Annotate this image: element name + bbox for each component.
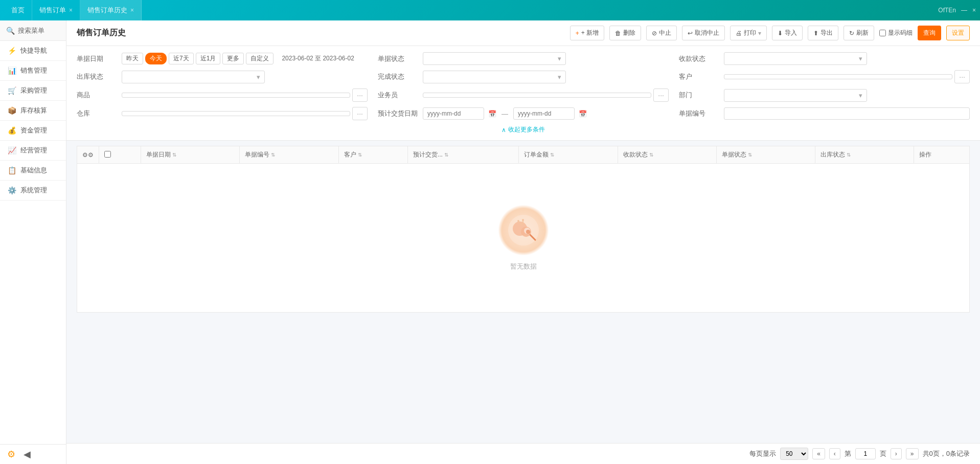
sidebar-item-base-info[interactable]: 基础信息 (0, 161, 66, 181)
no-sort-icon: ⇅ (271, 152, 275, 158)
department-select[interactable] (724, 89, 867, 102)
th-doc-status[interactable]: 单据状态 ⇅ (716, 146, 815, 164)
nav-icon (7, 46, 16, 55)
prev-page-btn[interactable]: ‹ (829, 448, 840, 459)
date-1month-btn[interactable]: 近1月 (196, 53, 221, 64)
date-7days-btn[interactable]: 近7天 (169, 53, 194, 64)
date-custom-btn[interactable]: 自定义 (246, 53, 274, 64)
complete-status-label: 完成状态 (378, 72, 419, 81)
calendar-to-icon[interactable]: 📅 (579, 110, 587, 118)
delete-button[interactable]: 🗑 删除 (609, 26, 641, 40)
tab-sales-order[interactable]: 销售订单 × (32, 0, 80, 20)
table-area: ⚙ 单据日期 ⇅ 单据编号 (66, 141, 980, 443)
customer-dots-btn[interactable]: ··· (954, 70, 970, 83)
complete-status-select[interactable] (423, 71, 566, 83)
purchase-icon (7, 86, 16, 95)
query-button[interactable]: 查询 (918, 26, 941, 40)
collapse-btn[interactable]: ∧ 收起更多条件 (77, 125, 970, 134)
settings-button[interactable]: 设置 (946, 26, 970, 40)
filter-row-3: 商品 ··· 业务员 ··· 部门 (77, 89, 970, 102)
top-bar-text: OfTEn (938, 7, 956, 14)
close-window-btn[interactable]: × (972, 7, 976, 14)
close-history-tab[interactable]: × (130, 7, 134, 14)
display-columns-checkbox[interactable] (879, 30, 886, 36)
salesperson-input[interactable] (423, 93, 651, 98)
filter-row-4: 仓库 ··· 预计交货日期 📅 — 📅 (77, 107, 970, 120)
page-unit: 页 (880, 449, 886, 458)
calendar-from-icon[interactable]: 📅 (488, 110, 496, 118)
toolbar: + + 新增 🗑 删除 ⊘ 中止 ↩ 取消中止 🖨 打印 (570, 26, 970, 40)
sidebar-item-capital[interactable]: 资金管理 (0, 121, 66, 141)
product-dots-btn[interactable]: ··· (352, 89, 368, 102)
filter-area: 单据日期 昨天 今天 近7天 近1月 更多 自定义 2023-06-02 至 2… (66, 46, 980, 141)
th-settings[interactable]: ⚙ (77, 146, 99, 164)
refresh-button[interactable]: ↻ 刷新 (844, 26, 874, 40)
salesperson-dots-btn[interactable]: ··· (653, 89, 669, 102)
th-outbound-status[interactable]: 出库状态 ⇅ (815, 146, 914, 164)
select-all-checkbox[interactable] (104, 151, 111, 158)
search-icon (6, 27, 15, 35)
main-layout: 搜索菜单 快捷导航 销售管理 采购管理 库存核算 资金管理 经营管理 基础信息 (0, 20, 980, 464)
th-delivery[interactable]: 预计交货... ⇅ (407, 146, 518, 164)
outbound-status-label: 出库状态 (77, 72, 118, 81)
sidebar-collapse-icon[interactable]: ◀ (24, 449, 31, 460)
stop-button[interactable]: ⊘ 中止 (646, 26, 677, 40)
page-number-input[interactable] (855, 448, 876, 459)
first-page-btn[interactable]: « (812, 448, 825, 459)
display-columns-toggle[interactable]: 显示码细 (879, 29, 913, 37)
receipt-status-select[interactable] (724, 52, 867, 65)
order-no-input[interactable] (724, 107, 970, 120)
empty-text: 暂无数据 (510, 262, 537, 271)
tab-home[interactable]: 首页 (4, 0, 32, 20)
sidebar-search[interactable]: 搜索菜单 (0, 20, 66, 41)
export-button[interactable]: ⬆ 导出 (808, 26, 838, 40)
date-yesterday-btn[interactable]: 昨天 (122, 53, 143, 64)
sidebar-item-system[interactable]: 系统管理 (0, 181, 66, 201)
cancel-stop-button[interactable]: ↩ 取消中止 (682, 26, 725, 40)
minimize-btn[interactable]: — (961, 7, 967, 14)
th-no[interactable]: 单据编号 ⇅ (240, 146, 338, 164)
operation-icon (7, 146, 16, 155)
delivery-sort-icon: ⇅ (444, 152, 448, 158)
table-settings-icon[interactable]: ⚙ (82, 151, 94, 159)
receipt-status-label: 收款状态 (679, 54, 720, 63)
sidebar-item-purchase-mgmt[interactable]: 采购管理 (0, 81, 66, 101)
tab-sales-order-history[interactable]: 销售订单历史 × (80, 0, 142, 20)
content-area: 销售订单历史 + + 新增 🗑 删除 ⊘ 中止 ↩ 取消中止 (66, 20, 980, 464)
th-checkbox[interactable] (99, 146, 141, 164)
sidebar-item-inventory[interactable]: 库存核算 (0, 101, 66, 121)
delivery-date-to[interactable] (513, 107, 575, 120)
order-no-label: 单据编号 (679, 109, 720, 118)
print-button[interactable]: 🖨 打印 ▾ (730, 26, 767, 40)
sidebar-settings-icon[interactable]: ⚙ (7, 449, 15, 460)
date-today-btn[interactable]: 今天 (145, 53, 167, 64)
product-input[interactable] (122, 93, 350, 98)
last-page-btn[interactable]: » (906, 448, 919, 459)
warehouse-input[interactable] (122, 111, 350, 116)
new-button[interactable]: + + 新增 (570, 26, 604, 40)
th-receipt-status[interactable]: 收款状态 ⇅ (618, 146, 716, 164)
import-button[interactable]: ⬇ 导入 (772, 26, 803, 40)
filter-row-2: 出库状态 完成状态 客户 (77, 70, 970, 83)
warehouse-dots-btn[interactable]: ··· (352, 107, 368, 120)
sidebar-item-quick-nav[interactable]: 快捷导航 (0, 41, 66, 61)
status-filter-label: 单据状态 (378, 54, 419, 63)
sidebar-item-sales-mgmt[interactable]: 销售管理 (0, 61, 66, 81)
inventory-icon (7, 106, 16, 115)
date-filter-label: 单据日期 (77, 54, 118, 63)
outbound-status-select[interactable] (122, 71, 265, 83)
sidebar-item-operation[interactable]: 经营管理 (0, 141, 66, 161)
status-select[interactable] (423, 52, 566, 65)
page-size-select[interactable]: 50 20 100 200 (780, 448, 808, 460)
close-sales-order-tab[interactable]: × (69, 7, 73, 14)
page-size-label: 每页显示 (749, 449, 776, 458)
next-page-btn[interactable]: › (891, 448, 902, 459)
page-header: 销售订单历史 + + 新增 🗑 删除 ⊘ 中止 ↩ 取消中止 (66, 20, 980, 46)
th-date[interactable]: 单据日期 ⇅ (141, 146, 240, 164)
date-more-btn[interactable]: 更多 (222, 53, 244, 64)
th-customer[interactable]: 客户 ⇅ (338, 146, 407, 164)
customer-input[interactable] (724, 74, 952, 79)
stop-icon: ⊘ (652, 30, 657, 37)
delivery-date-from[interactable] (423, 107, 484, 120)
th-amount[interactable]: 订单金额 ⇅ (519, 146, 618, 164)
